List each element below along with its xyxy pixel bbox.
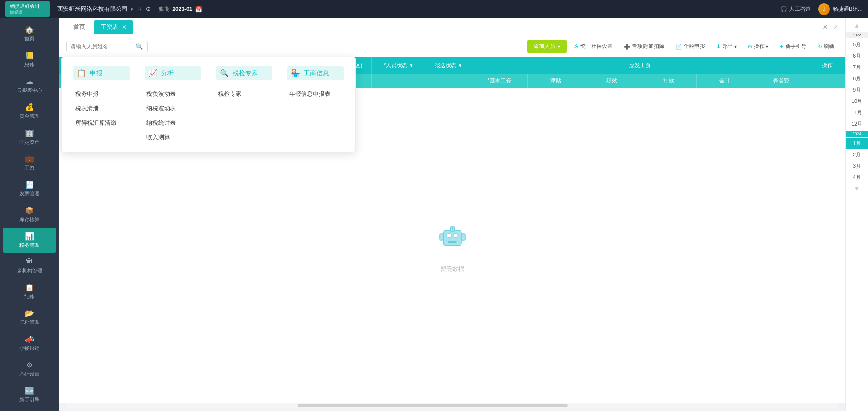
sidebar-item-archive[interactable]: 📂 归档管理 [3, 305, 56, 330]
section-title-expert: 税检专家 [233, 69, 258, 77]
menu-item-tax-burden[interactable]: 税负波动表 [145, 87, 201, 101]
month-10[interactable]: 10月 [846, 96, 868, 107]
dropdown-menu[interactable]: 📋 申报 税务申报 税表清册 所得税汇算清缴 📈 分析 税负波动表 [61, 57, 356, 152]
search-input[interactable] [70, 44, 134, 50]
month-5[interactable]: 5月 [846, 39, 868, 50]
deduction-icon: ➕ [624, 44, 630, 50]
sidebar-item-guide[interactable]: 🆕 新手引导 [3, 382, 56, 407]
month-9[interactable]: 9月 [846, 84, 868, 96]
month-8[interactable]: 8月 [846, 73, 868, 84]
sidebar-item-expense[interactable]: 📣 小畅报销 [3, 331, 56, 356]
support-btn[interactable]: 🎧 人工咨询 [781, 5, 811, 13]
sidebar-item-settings[interactable]: ⚙ 基础设置 [3, 357, 56, 382]
tab-bar: 首页 工资表 ✕ ✕ ⤢ [59, 18, 845, 36]
menu-item-income-estimate[interactable]: 收入测算 [145, 130, 201, 145]
th-operation: 操作 [809, 57, 845, 74]
sidebar-item-label: 新手引导 [19, 396, 39, 403]
period-value: 2023-01 [172, 6, 192, 12]
sidebar-item-invoice[interactable]: 🧾 发票管理 [3, 176, 56, 201]
export-btn[interactable]: ⬇ 导出 ▾ [713, 40, 740, 53]
svg-rect-1 [447, 234, 451, 237]
special-deduction-btn[interactable]: ➕ 专项附加扣除 [620, 40, 668, 53]
window-max-btn[interactable]: ⤢ [833, 24, 838, 31]
user-avatar: U [818, 3, 830, 15]
menu-item-income-tax[interactable]: 所得税汇算清缴 [73, 116, 130, 130]
sidebar-item-cloud[interactable]: ☁ 云报表中心 [3, 73, 56, 98]
empty-text: 暂无数据 [441, 265, 464, 273]
sidebar-item-label: 归档管理 [19, 319, 39, 326]
tab-close-icon[interactable]: ✕ [122, 24, 126, 30]
add-person-btn[interactable]: 添加人员 ▾ [527, 40, 567, 53]
month-3[interactable]: 3月 [846, 160, 868, 172]
chevron-down-icon[interactable]: ▾ [131, 6, 133, 12]
month-1-active[interactable]: 1月 [846, 138, 868, 149]
sidebar-item-multi-org[interactable]: 🏛 多机构管理 [3, 254, 56, 278]
sidebar-item-label: 资金管理 [19, 113, 39, 120]
empty-state: 暂无数据 [434, 218, 470, 273]
panel-nav-down[interactable]: ▼ [854, 183, 860, 194]
business-section-icon: 🏪 [291, 69, 300, 77]
menu-item-tax-expert[interactable]: 税检专家 [216, 87, 272, 101]
sub-th-base-wage: *基本工资 津贴 绩效 扣款 合计 养老费 [471, 74, 809, 88]
operation-btn[interactable]: ⚙ 操作 ▾ [744, 40, 772, 53]
svg-rect-2 [453, 234, 458, 237]
th-report-status[interactable]: 报送状态 ▼ [426, 57, 471, 74]
search-icon: 🔍 [136, 43, 143, 50]
svg-rect-6 [440, 234, 443, 240]
search-input-wrapper[interactable]: 🔍 [66, 41, 148, 52]
sidebar-item-close[interactable]: 📋 结账 [3, 279, 56, 304]
new-guide-btn[interactable]: ✦ 新手引导 [776, 40, 810, 53]
menu-item-tax-fluctuation[interactable]: 纳税波动表 [145, 101, 201, 116]
refresh-btn[interactable]: ↻ 刷新 [814, 40, 838, 53]
sidebar-item-payroll[interactable]: 💼 工资 [3, 150, 56, 175]
empty-illustration [434, 218, 470, 261]
sidebar-item-label: 结账 [24, 293, 34, 300]
sidebar-item-assets[interactable]: 🏢 固定资产 [3, 125, 56, 150]
sidebar-item-label: 基础设置 [19, 371, 39, 377]
social-insurance-btn[interactable]: ⚙ 统一社保设置 [570, 40, 616, 53]
panel-nav-up[interactable]: ▲ [854, 20, 860, 31]
year-2023-label: 2023 [846, 32, 868, 38]
tab-home[interactable]: 首页 [66, 19, 92, 35]
user-info[interactable]: U 畅捷通B组... [818, 3, 863, 15]
sidebar-item-tax[interactable]: 📊 税务管理 [3, 228, 56, 253]
period-info: 账期 2023-01 📅 [159, 5, 202, 13]
section-header-filing: 📋 申报 [73, 66, 130, 80]
window-close-btn[interactable]: ✕ [822, 23, 828, 31]
month-12[interactable]: 12月 [846, 118, 868, 130]
sidebar-item-label: 总账 [24, 61, 34, 68]
month-6[interactable]: 6月 [846, 50, 868, 62]
month-11[interactable]: 11月 [846, 107, 868, 118]
tax-filing-btn[interactable]: 📄 个税申报 [672, 40, 709, 53]
filter-icon: ▼ [409, 63, 413, 68]
menu-item-tax-statistics[interactable]: 纳税统计表 [145, 116, 201, 130]
tab-payroll-label: 工资表 [101, 23, 118, 31]
add-company-btn[interactable]: + [138, 5, 142, 13]
scrollbar-thumb[interactable] [298, 404, 568, 407]
menu-item-tax-filing[interactable]: 税务申报 [73, 87, 130, 101]
sidebar-item-label: 税务管理 [19, 242, 39, 249]
horizontal-scrollbar[interactable] [66, 403, 838, 408]
headset-icon: 🎧 [781, 6, 787, 12]
archive-icon: 📂 [25, 309, 34, 318]
sidebar-item-fund[interactable]: 💰 资金管理 [3, 99, 56, 124]
month-7[interactable]: 7月 [846, 62, 868, 73]
sidebar-item-ledger[interactable]: 📒 总账 [3, 47, 56, 72]
menu-item-tax-clearance[interactable]: 税表清册 [73, 101, 130, 116]
menu-item-annual-report[interactable]: 年报信息申报表 [287, 87, 344, 101]
sidebar-item-inventory[interactable]: 📦 库存核算 [3, 202, 56, 227]
section-header-expert: 🔍 税检专家 [216, 66, 272, 80]
settings-icon[interactable]: ⚙ [145, 5, 151, 13]
th-person-status[interactable]: *人员状态 ▼ [372, 57, 426, 74]
company-selector[interactable]: 西安虾米网络科技有限公司 ▾ [57, 5, 133, 13]
sidebar-item-home[interactable]: 🏠 首页 [3, 21, 56, 46]
calendar-icon[interactable]: 📅 [195, 6, 202, 13]
refresh-icon: ↻ [818, 44, 822, 50]
tab-payroll[interactable]: 工资表 ✕ [94, 20, 133, 34]
month-4[interactable]: 4月 [846, 172, 868, 183]
dropdown-section-expert: 🔍 税检专家 税检专家 [209, 66, 280, 145]
month-2[interactable]: 2月 [846, 149, 868, 160]
payroll-icon: 💼 [25, 155, 34, 163]
sidebar-item-vip[interactable]: V 畅会员 [3, 408, 56, 411]
dropdown-section-analysis: 📈 分析 税负波动表 纳税波动表 纳税统计表 收入测算 [137, 66, 209, 145]
